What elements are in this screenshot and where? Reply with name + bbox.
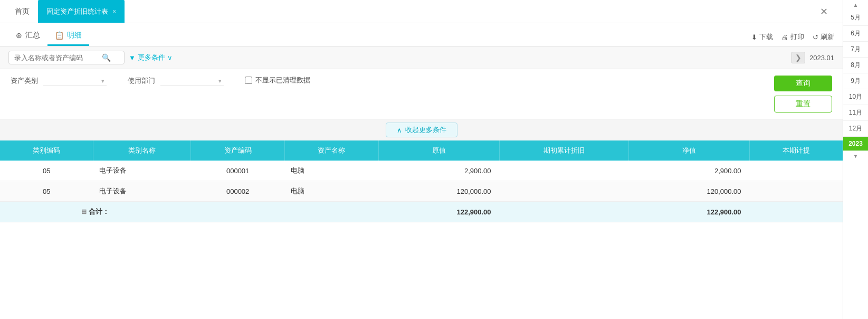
sidebar-month-10[interactable]: 10月 (843, 89, 868, 105)
department-select[interactable] (160, 76, 224, 86)
total-current-dep (750, 202, 843, 222)
total-original-value: 122,900.00 (378, 202, 499, 222)
sidebar-month-9[interactable]: 9月 (843, 73, 868, 89)
asset-category-select[interactable] (43, 76, 107, 86)
total-row: ⊞ 合计： 122,900.00 122,900.00 (0, 202, 843, 222)
sidebar-month-8[interactable]: 8月 (843, 58, 868, 73)
tab-close-icon[interactable]: × (112, 8, 116, 15)
cell-accumulated-2 (500, 181, 629, 202)
home-tab[interactable]: 首页 (6, 7, 38, 16)
cell-net-value-1: 2,900.00 (628, 161, 749, 181)
asset-category-label: 资产类别 (11, 76, 38, 86)
sidebar-month-11[interactable]: 11月 (843, 105, 868, 121)
tab-detail[interactable]: 📋 明细 (47, 31, 89, 46)
more-conditions-button[interactable]: ▼ 更多条件 ∨ (129, 53, 173, 62)
more-conditions-label: 更多条件 (138, 53, 165, 62)
cell-asset-name-2: 电脑 (284, 181, 378, 202)
fixed-assets-tab[interactable]: 固定资产折旧统计表 × (38, 0, 125, 23)
refresh-icon: ↺ (813, 33, 818, 41)
department-filter: 使用部门 (128, 76, 224, 86)
table-row: 05 电子设备 000002 电脑 120,000.00 120,000.00 (0, 181, 843, 202)
assets-table: 类别编码 类别名称 资产编码 资产名称 原值 期初累计折旧 净值 本期计提 05… (0, 140, 843, 222)
collapse-label: 收起更多条件 (405, 125, 446, 135)
window-close-button[interactable]: ✕ (812, 6, 836, 17)
download-button[interactable]: ⬇ 下载 (751, 32, 773, 42)
asset-category-filter: 资产类别 (11, 76, 107, 86)
total-asset-name (284, 202, 378, 222)
col-asset-code: 资产编码 (191, 140, 285, 161)
detail-icon: 📋 (55, 31, 64, 40)
cell-accumulated-1 (500, 161, 629, 181)
sidebar-year-2023[interactable]: 2023 (843, 137, 868, 151)
search-icon[interactable]: 🔍 (102, 53, 111, 62)
col-category-code: 类别编码 (0, 140, 93, 161)
cell-current-dep-1 (750, 161, 843, 181)
total-accumulated (500, 202, 629, 222)
cell-category-code-2: 05 (0, 181, 93, 202)
department-select-wrapper (160, 76, 224, 86)
total-label-cell: ⊞ 合计： (0, 202, 191, 222)
filter-icon: ▼ (129, 54, 136, 62)
collapse-row: ∧ 收起更多条件 (0, 119, 843, 140)
reset-button[interactable]: 重置 (774, 96, 832, 112)
sidebar-month-6[interactable]: 6月 (843, 26, 868, 42)
sidebar-up-btn[interactable]: ▲ (843, 0, 868, 10)
total-asset-code (191, 202, 285, 222)
top-nav: 首页 固定资产折旧统计表 × ✕ (0, 0, 843, 23)
tab-label: 固定资产折旧统计表 (46, 7, 108, 16)
sidebar-month-7[interactable]: 7月 (843, 42, 868, 58)
cell-category-code-1: 05 (0, 161, 93, 181)
print-label: 打印 (790, 32, 804, 42)
summary-label: 汇总 (25, 31, 40, 40)
download-label: 下载 (759, 32, 773, 42)
asset-category-select-wrapper (43, 76, 107, 86)
cell-asset-code-1: 000001 (191, 161, 285, 181)
cell-asset-code-2: 000002 (191, 181, 285, 202)
detail-label: 明细 (67, 31, 82, 40)
search-input-wrapper: 🔍 (8, 51, 125, 64)
chevron-down-icon: ∨ (167, 54, 173, 62)
print-button[interactable]: 🖨 打印 (781, 32, 804, 42)
tab-summary[interactable]: ⊛ 汇总 (8, 31, 47, 46)
cell-current-dep-2 (750, 181, 843, 202)
col-original-value: 原值 (378, 140, 499, 161)
download-icon: ⬇ (751, 33, 757, 41)
col-current-depreciation: 本期计提 (750, 140, 843, 161)
col-net-value: 净值 (628, 140, 749, 161)
sidebar-month-12[interactable]: 12月 (843, 121, 868, 137)
expand-right-button[interactable]: ❯ (791, 52, 805, 63)
hide-cleaned-group: 不显示已清理数据 (245, 76, 310, 85)
main-content: ⊛ 汇总 📋 明细 ⬇ 下载 🖨 打印 ↺ 刷新 (0, 23, 843, 319)
refresh-button[interactable]: ↺ 刷新 (813, 32, 834, 42)
sub-tabs: ⊛ 汇总 📋 明细 ⬇ 下载 🖨 打印 ↺ 刷新 (0, 23, 843, 46)
cell-category-name-2: 电子设备 (93, 181, 190, 202)
query-button[interactable]: 查询 (774, 76, 832, 91)
search-input[interactable] (14, 54, 99, 62)
sidebar-down-btn[interactable]: ▼ (843, 151, 868, 161)
print-icon: 🖨 (781, 33, 788, 41)
search-bar: 🔍 ▼ 更多条件 ∨ ❯ 2023.01 (0, 46, 843, 69)
filter-section: 资产类别 使用部门 不显示已清理数据 (0, 69, 843, 119)
cell-original-value-2: 120,000.00 (378, 181, 499, 202)
total-net-value: 122,900.00 (628, 202, 749, 222)
cell-category-name-1: 电子设备 (93, 161, 190, 181)
cell-original-value-1: 2,900.00 (378, 161, 499, 181)
filter-actions: 查询 重置 (774, 76, 832, 112)
table-header-row: 类别编码 类别名称 资产编码 资产名称 原值 期初累计折旧 净值 本期计提 (0, 140, 843, 161)
summary-icon: ⊛ (16, 31, 22, 40)
right-sidebar: ▲ 5月 6月 7月 8月 9月 10月 11月 12月 2023 ▼ (843, 0, 868, 319)
hide-cleaned-checkbox[interactable] (245, 77, 252, 84)
refresh-label: 刷新 (821, 32, 834, 42)
hide-cleaned-label: 不显示已清理数据 (255, 76, 310, 85)
col-accumulated-depreciation: 期初累计折旧 (500, 140, 629, 161)
col-asset-name: 资产名称 (284, 140, 378, 161)
cell-asset-name-1: 电脑 (284, 161, 378, 181)
col-category-name: 类别名称 (93, 140, 190, 161)
sidebar-month-5[interactable]: 5月 (843, 10, 868, 26)
table-wrapper: 类别编码 类别名称 资产编码 资产名称 原值 期初累计折旧 净值 本期计提 05… (0, 140, 843, 319)
collapse-more-conditions-button[interactable]: ∧ 收起更多条件 (386, 123, 457, 137)
department-label: 使用部门 (128, 76, 155, 86)
collapse-icon: ∧ (397, 126, 402, 134)
date-label: 2023.01 (809, 54, 834, 62)
total-label-text: 合计： (89, 207, 109, 217)
